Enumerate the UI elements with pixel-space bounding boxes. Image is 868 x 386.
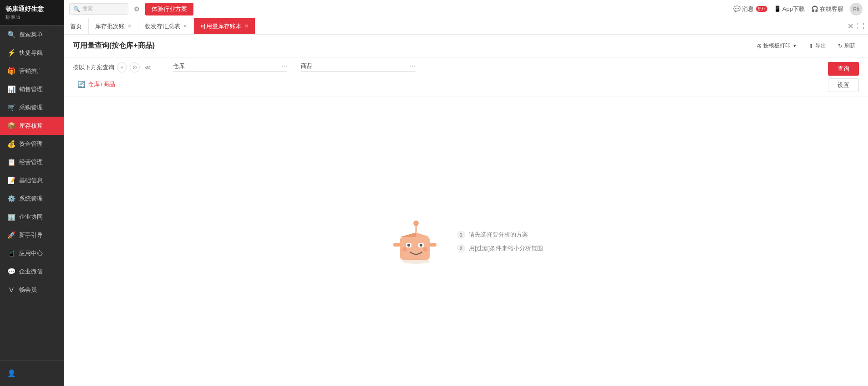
svg-point-7: [420, 244, 422, 247]
avatar: Rit: [850, 3, 863, 15]
tab-close-all-button[interactable]: ✕: [848, 22, 853, 31]
sidebar-item-label: 资金管理: [19, 140, 43, 148]
sidebar-item-basic[interactable]: 📝基础信息: [0, 171, 64, 190]
query-button[interactable]: 查询: [828, 62, 859, 76]
sidebar-item-member[interactable]: V畅会员: [0, 281, 64, 299]
sidebar-item-newguide[interactable]: 🚀新手引导: [0, 226, 64, 244]
filter-row: 按以下方案查询 + ⊙ ≪ 🔄 仓库+商品 仓库: [73, 62, 859, 92]
export-button[interactable]: ⬆ 导出: [805, 40, 830, 51]
message-badge: 99+: [756, 6, 767, 12]
product-label: 商品: [301, 62, 313, 70]
tab-label-home: 首页: [70, 22, 82, 31]
appcenter-icon: 📱: [7, 249, 15, 257]
product-filter: 商品 ···: [301, 62, 415, 72]
settings-scheme-button[interactable]: ⊙: [130, 62, 140, 72]
tab-summary[interactable]: 收发存汇总表✕: [138, 18, 194, 35]
edition-label: 标准版: [5, 14, 58, 21]
tabs-end: ✕ ⛶: [848, 22, 868, 31]
app-download-label: App下载: [782, 5, 805, 13]
sidebar-item-system[interactable]: ⚙️系统管理: [0, 190, 64, 208]
online-service-action[interactable]: 🎧 在线客服: [811, 5, 843, 13]
enterprise-icon: 🏢: [7, 213, 15, 221]
tab-close-summary[interactable]: ✕: [183, 23, 187, 29]
main-area: 🔍 搜索 ⚙ 体验行业方案 💬 消息 99+ 📱 App下载 🎧 在线客服 Ri…: [64, 0, 868, 386]
sidebar-item-quicknav[interactable]: ⚡快捷导航: [0, 44, 64, 62]
app-download-action[interactable]: 📱 App下载: [774, 5, 805, 13]
sidebar: 畅康通好生意 标准版 🔍搜索菜单⚡快捷导航🎁营销推广📊销售管理🛒采购管理📦库存核…: [0, 0, 64, 386]
message-action[interactable]: 💬 消息 99+: [733, 5, 767, 13]
collapse-button[interactable]: ≪: [142, 62, 153, 73]
quicknav-icon: ⚡: [7, 49, 15, 57]
topbar: 🔍 搜索 ⚙ 体验行业方案 💬 消息 99+ 📱 App下载 🎧 在线客服 Ri…: [64, 0, 868, 18]
empty-svg-illustration: [391, 216, 441, 267]
tab-close-batch[interactable]: ✕: [127, 23, 132, 29]
sidebar-item-label: 采购管理: [19, 103, 43, 112]
tab-close-available[interactable]: ✕: [244, 23, 249, 29]
tab-batch[interactable]: 库存批次账✕: [89, 18, 138, 35]
filter-action-buttons: 查询 设置: [819, 62, 859, 92]
sidebar-item-purchase[interactable]: 🛒采购管理: [0, 98, 64, 117]
print-button[interactable]: 🖨 按模板打印 ▼: [752, 40, 801, 51]
tab-label-batch: 库存批次账: [95, 22, 125, 31]
marketing-icon: 🎁: [7, 67, 15, 75]
sidebar-item-inventory[interactable]: 📦库存核算: [0, 117, 64, 135]
sidebar-item-enterprise[interactable]: 🏢企业协同: [0, 208, 64, 226]
topbar-search-box[interactable]: 🔍 搜索: [69, 3, 128, 15]
user-action[interactable]: Rit: [850, 3, 863, 15]
sidebar-item-label: 营销推广: [19, 67, 43, 75]
sidebar-item-extra[interactable]: 👤: [0, 364, 64, 382]
filter-header: 按以下方案查询 + ⊙ ≪: [73, 62, 164, 75]
gear-icon[interactable]: ⚙: [132, 3, 142, 15]
product-more-icon[interactable]: ···: [409, 62, 415, 70]
sidebar-item-corpwechat[interactable]: 💬企业微信: [0, 262, 64, 281]
sidebar-item-label: 企业协同: [19, 213, 43, 221]
search-icon: 🔍: [7, 31, 15, 39]
sidebar-item-operation[interactable]: 📋经营管理: [0, 153, 64, 171]
search-icon: 🔍: [73, 6, 80, 12]
export-label: 导出: [815, 42, 826, 50]
user-avatar-text: Rit: [853, 6, 859, 12]
hint-text-1: 请先选择要分析的方案: [469, 231, 528, 239]
warehouse-input-row: 仓库 ···: [173, 62, 287, 72]
sidebar-item-search[interactable]: 🔍搜索菜单: [0, 26, 64, 44]
sidebar-item-label: 系统管理: [19, 195, 43, 203]
headset-icon: 🎧: [811, 5, 818, 12]
content-area: 可用量查询(按仓库+商品) 🖨 按模板打印 ▼ ⬆ 导出 ↻ 刷新: [64, 35, 868, 386]
purchase-icon: 🛒: [7, 103, 15, 112]
warehouse-more-icon[interactable]: ···: [281, 62, 287, 70]
svg-point-11: [414, 221, 418, 226]
page-title: 可用量查询(按仓库+商品): [73, 41, 155, 51]
sidebar-item-finance[interactable]: 💰资金管理: [0, 135, 64, 153]
sidebar-item-appcenter[interactable]: 📱应用中心: [0, 244, 64, 262]
extra-icon: 👤: [7, 369, 15, 377]
svg-point-6: [407, 244, 410, 247]
svg-marker-3: [416, 232, 430, 237]
sidebar-item-sales[interactable]: 📊销售管理: [0, 80, 64, 98]
product-input[interactable]: [316, 63, 407, 70]
sidebar-item-marketing[interactable]: 🎁营销推广: [0, 62, 64, 80]
sidebar-scroll: 🔍搜索菜单⚡快捷导航🎁营销推广📊销售管理🛒采购管理📦库存核算💰资金管理📋经营管理…: [0, 26, 64, 360]
trial-button[interactable]: 体验行业方案: [145, 3, 193, 15]
empty-hints: 1 请先选择要分析的方案 2 用[过滤]条件来缩小分析范围: [457, 231, 543, 252]
scheme-item-warehouse-product[interactable]: 🔄 仓库+商品: [73, 77, 164, 91]
refresh-label: 刷新: [844, 42, 855, 50]
warehouse-input[interactable]: [188, 63, 279, 70]
empty-illustration: [389, 214, 443, 269]
sidebar-item-label: 快捷导航: [19, 49, 43, 57]
sidebar-item-label: 经营管理: [19, 158, 43, 166]
hint-text-2: 用[过滤]条件来缩小分析范围: [469, 244, 543, 252]
export-icon: ⬆: [809, 43, 813, 49]
system-icon: ⚙️: [7, 195, 15, 203]
search-placeholder: 搜索: [82, 5, 93, 13]
tab-available[interactable]: 可用量库存账本✕: [194, 18, 255, 35]
tab-home[interactable]: 首页: [64, 18, 89, 35]
sidebar-item-label: 库存核算: [19, 122, 43, 130]
empty-hint-2: 2 用[过滤]条件来缩小分析范围: [457, 244, 543, 252]
warehouse-filter: 仓库 ···: [173, 62, 287, 72]
add-scheme-button[interactable]: +: [117, 62, 127, 72]
message-icon: 💬: [733, 5, 741, 12]
refresh-button[interactable]: ↻ 刷新: [834, 40, 859, 51]
tab-expand-button[interactable]: ⛶: [857, 22, 864, 31]
page-actions: 🖨 按模板打印 ▼ ⬆ 导出 ↻ 刷新: [752, 40, 859, 51]
settings-button[interactable]: 设置: [828, 78, 859, 92]
